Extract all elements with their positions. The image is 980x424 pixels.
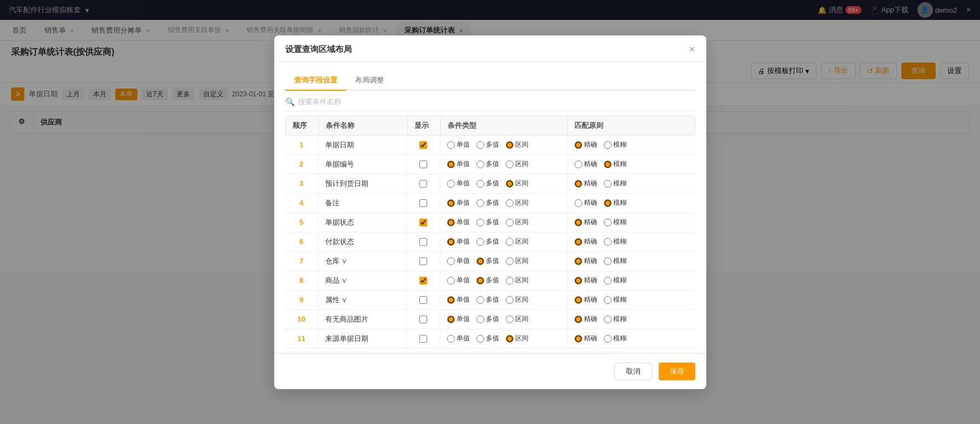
match-radio-input-精确-6[interactable]	[574, 257, 582, 265]
type-radio-多值-0[interactable]: 多值	[476, 140, 499, 149]
dialog-tab-0[interactable]: 查询字段设置	[285, 71, 346, 91]
type-radio-input-多值-4[interactable]	[476, 219, 484, 226]
type-radio-多值-2[interactable]: 多值	[476, 179, 499, 188]
show-checkbox-6[interactable]	[419, 257, 427, 265]
row-show-5[interactable]	[407, 234, 440, 250]
type-radio-多值-6[interactable]: 多值	[476, 256, 499, 266]
type-radio-input-单值-1[interactable]	[447, 161, 455, 168]
match-radio-精确-3[interactable]: 精确	[574, 198, 597, 208]
type-radio-input-单值-6[interactable]	[447, 257, 455, 265]
type-radio-input-多值-6[interactable]	[476, 257, 484, 265]
type-radio-input-多值-1[interactable]	[476, 161, 484, 168]
match-radio-input-精确-4[interactable]	[574, 219, 582, 226]
type-radio-多值-4[interactable]: 多值	[476, 218, 499, 227]
match-radio-input-精确-5[interactable]	[574, 238, 582, 246]
type-radio-单值-3[interactable]: 单值	[447, 198, 470, 208]
type-radio-单值-4[interactable]: 单值	[447, 218, 470, 227]
type-radio-input-多值-2[interactable]	[476, 180, 484, 188]
type-radio-区间-2[interactable]: 区间	[506, 179, 529, 188]
th-match: 匹配原则	[568, 116, 695, 135]
match-radio-模糊-4[interactable]: 模糊	[604, 218, 627, 227]
type-radio-input-多值-5[interactable]	[476, 238, 484, 246]
dialog-table: 顺序 条件名称 显示 条件类型 匹配原则 1单据日期单值多值区间精确模糊2单据编…	[285, 116, 695, 272]
show-checkbox-1[interactable]	[419, 161, 427, 168]
type-radio-input-区间-1[interactable]	[506, 161, 514, 168]
type-radio-区间-0[interactable]: 区间	[506, 140, 529, 149]
row-show-1[interactable]	[407, 156, 440, 173]
row-name-7: 商品 ∨	[319, 271, 407, 272]
match-radio-精确-4[interactable]: 精确	[574, 218, 597, 227]
type-radio-多值-1[interactable]: 多值	[476, 159, 499, 169]
match-radio-input-模糊-1[interactable]	[604, 161, 612, 168]
match-radio-input-模糊-5[interactable]	[604, 238, 612, 246]
type-radio-input-单值-2[interactable]	[447, 180, 455, 188]
type-radio-区间-4[interactable]: 区间	[506, 218, 529, 227]
dialog-close-btn[interactable]: ×	[689, 44, 695, 54]
type-radio-单值-6[interactable]: 单值	[447, 256, 470, 266]
row-match-6: 精确模糊	[568, 252, 695, 270]
type-radio-input-区间-4[interactable]	[506, 219, 514, 226]
show-checkbox-0[interactable]	[419, 141, 427, 149]
dialog-tab-1[interactable]: 布局调整	[346, 71, 393, 91]
type-radio-input-区间-0[interactable]	[506, 141, 514, 149]
match-radio-精确-6[interactable]: 精确	[574, 256, 597, 266]
type-radio-区间-3[interactable]: 区间	[506, 198, 529, 208]
type-radio-单值-1[interactable]: 单值	[447, 159, 470, 169]
search-icon: 🔍	[285, 97, 295, 106]
type-radio-input-多值-0[interactable]	[476, 141, 484, 149]
type-radio-input-单值-3[interactable]	[447, 199, 455, 207]
table-row: 5单据状态单值多值区间精确模糊	[285, 213, 695, 232]
match-radio-模糊-6[interactable]: 模糊	[604, 256, 627, 266]
row-type-7: 单值多值区间	[440, 271, 568, 272]
row-show-6[interactable]	[407, 253, 440, 270]
type-radio-input-区间-3[interactable]	[506, 199, 514, 207]
match-radio-input-模糊-6[interactable]	[604, 257, 612, 265]
dialog-title: 设置查询区域布局	[285, 44, 352, 55]
row-type-1: 单值多值区间	[440, 155, 568, 173]
type-radio-区间-1[interactable]: 区间	[506, 159, 529, 169]
type-radio-input-多值-3[interactable]	[476, 199, 484, 207]
table-row: 4备注单值多值区间精确模糊	[285, 194, 695, 213]
type-radio-区间-6[interactable]: 区间	[506, 256, 529, 266]
match-radio-模糊-3[interactable]: 模糊	[604, 198, 627, 208]
row-show-3[interactable]	[407, 195, 440, 211]
row-show-2[interactable]	[407, 175, 440, 192]
type-radio-多值-5[interactable]: 多值	[476, 237, 499, 246]
search-input[interactable]	[298, 97, 409, 106]
match-radio-精确-5[interactable]: 精确	[574, 237, 597, 246]
match-radio-精确-1[interactable]: 精确	[574, 159, 597, 169]
row-show-4[interactable]	[407, 214, 440, 231]
match-radio-模糊-1[interactable]: 模糊	[604, 159, 627, 169]
match-radio-精确-2[interactable]: 精确	[574, 179, 597, 188]
match-radio-input-精确-1[interactable]	[574, 161, 582, 168]
show-checkbox-5[interactable]	[419, 238, 427, 246]
show-checkbox-3[interactable]	[419, 199, 427, 207]
match-radio-精确-0[interactable]: 精确	[574, 140, 597, 149]
match-radio-input-模糊-4[interactable]	[604, 219, 612, 226]
type-radio-区间-5[interactable]: 区间	[506, 237, 529, 246]
match-radio-模糊-2[interactable]: 模糊	[604, 179, 627, 188]
type-radio-input-区间-6[interactable]	[506, 257, 514, 265]
type-radio-多值-3[interactable]: 多值	[476, 198, 499, 208]
type-radio-input-单值-4[interactable]	[447, 219, 455, 226]
type-radio-input-单值-5[interactable]	[447, 238, 455, 246]
match-radio-模糊-5[interactable]: 模糊	[604, 237, 627, 246]
match-radio-input-精确-3[interactable]	[574, 199, 582, 207]
row-show-0[interactable]	[407, 137, 440, 153]
type-radio-input-区间-2[interactable]	[506, 180, 514, 188]
type-radio-input-区间-5[interactable]	[506, 238, 514, 246]
row-name-4: 单据状态	[319, 213, 407, 232]
type-radio-单值-5[interactable]: 单值	[447, 237, 470, 246]
match-radio-模糊-0[interactable]: 模糊	[604, 140, 627, 149]
match-radio-input-模糊-2[interactable]	[604, 180, 612, 188]
match-radio-input-精确-0[interactable]	[574, 141, 582, 149]
type-radio-单值-2[interactable]: 单值	[447, 179, 470, 188]
type-radio-单值-0[interactable]: 单值	[447, 140, 470, 149]
type-radio-input-单值-0[interactable]	[447, 141, 455, 149]
show-checkbox-2[interactable]	[419, 180, 427, 188]
show-checkbox-4[interactable]	[419, 219, 427, 226]
match-radio-input-模糊-3[interactable]	[604, 199, 612, 207]
match-radio-input-模糊-0[interactable]	[604, 141, 612, 149]
table-row: 6付款状态单值多值区间精确模糊	[285, 232, 695, 252]
match-radio-input-精确-2[interactable]	[574, 180, 582, 188]
